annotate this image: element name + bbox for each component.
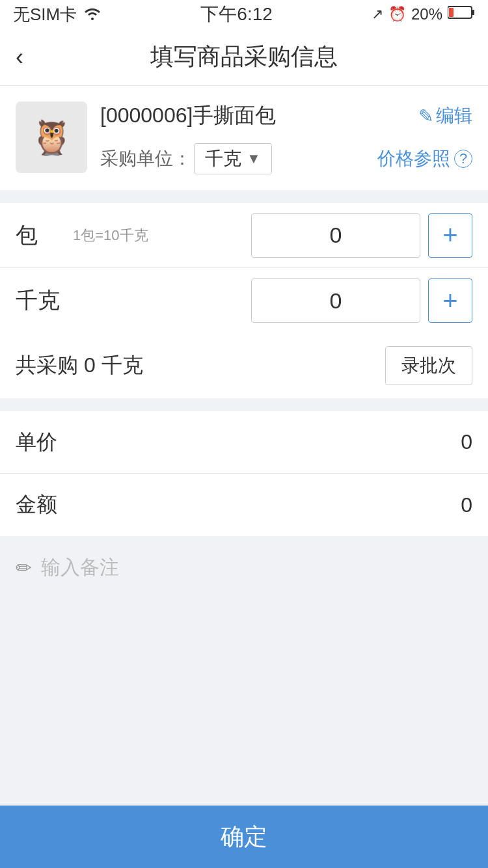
kg-label: 千克 [16, 286, 68, 316]
status-time: 下午6:12 [200, 2, 273, 27]
product-info: [0000006]手撕面包 ✎ 编辑 采购单位： 千克 ▼ 价格参照 ? [100, 102, 472, 174]
status-bar: 无SIM卡 下午6:12 ↗ ⏰ 20% [0, 0, 488, 29]
kg-input[interactable] [251, 278, 420, 323]
product-card: 🦉 [0000006]手撕面包 ✎ 编辑 采购单位： 千克 ▼ 价格参照 ? [0, 86, 488, 190]
product-image-icon: 🦉 [31, 118, 73, 157]
kg-input-wrap: + [68, 278, 472, 323]
summary-quantity: 0 [84, 353, 102, 377]
edit-label: 编辑 [436, 103, 472, 128]
page-title: 填写商品采购信息 [150, 41, 338, 73]
unit-price-row: 单价 0 [0, 411, 488, 474]
unit-price-value: 0 [461, 430, 472, 454]
quantity-section: 包 1包=10千克 + 千克 + [0, 203, 488, 333]
bao-row: 包 1包=10千克 + [0, 203, 488, 268]
status-right: ↗ ⏰ 20% [372, 5, 475, 23]
wifi-icon [83, 5, 102, 25]
product-unit-row: 采购单位： 千克 ▼ 价格参照 ? [100, 143, 472, 174]
divider-2 [0, 398, 488, 411]
kg-row: 千克 + [0, 268, 488, 333]
status-left: 无SIM卡 [13, 3, 102, 26]
bao-label: 包 [16, 221, 68, 251]
batch-button[interactable]: 录批次 [385, 346, 472, 385]
divider-1 [0, 190, 488, 203]
alarm-icon: ⏰ [388, 6, 406, 23]
unit-label: 采购单位： [100, 146, 191, 171]
svg-rect-2 [449, 8, 454, 17]
price-ref-icon: ? [454, 150, 472, 168]
amount-label: 金额 [16, 491, 57, 519]
unit-value: 千克 [205, 146, 241, 171]
battery-percent: 20% [411, 5, 442, 23]
nav-bar: ‹ 填写商品采购信息 [0, 29, 488, 86]
bao-plus-button[interactable]: + [428, 213, 472, 258]
summary-text: 共采购 0 千克 [16, 351, 143, 380]
summary-row: 共采购 0 千克 录批次 [0, 333, 488, 398]
bao-sublabel: 1包=10千克 [73, 226, 148, 245]
confirm-button[interactable]: 确定 [0, 806, 488, 868]
amount-row: 金额 0 [0, 474, 488, 536]
product-name: [0000006]手撕面包 [100, 102, 276, 130]
summary-unit: 千克 [102, 353, 143, 377]
content-area [0, 599, 488, 821]
unit-select[interactable]: 千克 ▼ [194, 143, 272, 174]
unit-price-label: 单价 [16, 428, 57, 457]
kg-plus-button[interactable]: + [428, 278, 472, 323]
product-header: [0000006]手撕面包 ✎ 编辑 [100, 102, 472, 130]
summary-prefix: 共采购 [16, 353, 78, 377]
battery-icon [448, 5, 475, 23]
notes-icon: ✏ [16, 556, 32, 579]
location-icon: ↗ [372, 6, 383, 23]
svg-rect-1 [472, 10, 474, 15]
bao-input[interactable] [251, 213, 420, 258]
confirm-button-label: 确定 [221, 821, 267, 853]
carrier-label: 无SIM卡 [13, 3, 77, 26]
edit-icon: ✎ [418, 105, 433, 127]
edit-button[interactable]: ✎ 编辑 [418, 103, 472, 128]
notes-section[interactable]: ✏ 输入备注 [0, 536, 488, 599]
price-ref-label: 价格参照 [377, 146, 450, 171]
bao-input-wrap: + [148, 213, 472, 258]
amount-value: 0 [461, 493, 472, 517]
notes-placeholder: 输入备注 [41, 554, 119, 581]
product-image: 🦉 [16, 102, 87, 173]
back-button[interactable]: ‹ [16, 44, 23, 71]
price-section: 单价 0 金额 0 [0, 411, 488, 536]
unit-dropdown-icon: ▼ [247, 150, 261, 167]
price-ref-button[interactable]: 价格参照 ? [377, 146, 472, 171]
